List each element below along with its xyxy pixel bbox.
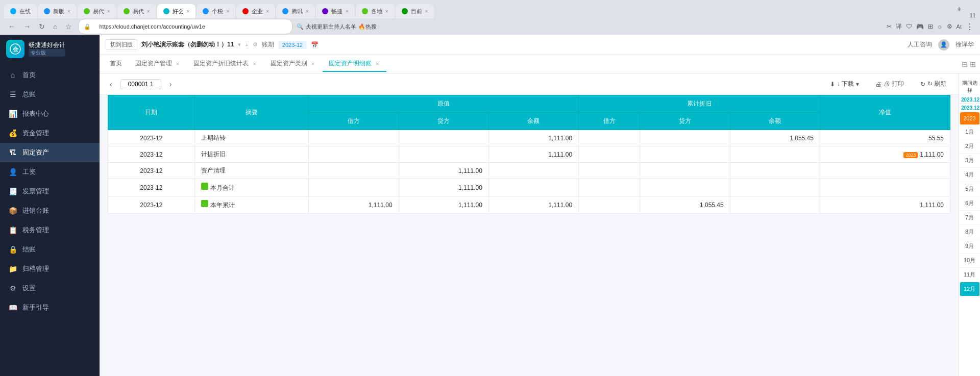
sidebar-item-stock[interactable]: 📦 进销台账 (0, 201, 100, 220)
period-month-2月[interactable]: 2月 (960, 139, 979, 154)
period-month-8月[interactable]: 8月 (960, 225, 979, 239)
sidebar-item-guide[interactable]: 📖 新手引导 (0, 298, 100, 317)
tab-label-t10: 各地 (371, 8, 382, 15)
tab-close-t6[interactable]: × (226, 9, 229, 14)
period-month-4月[interactable]: 4月 (960, 168, 979, 182)
period-month-7月[interactable]: 7月 (960, 211, 979, 225)
browser-tab-t9[interactable]: 畅捷× (316, 4, 355, 18)
forward-button[interactable]: → (21, 21, 33, 32)
page-tab-pt4[interactable]: 固定资产类别× (264, 56, 322, 72)
page-tab-pt1[interactable]: 首页 (104, 56, 128, 72)
switch-version-button[interactable]: 切到旧版 (106, 39, 137, 50)
tab-favicon-t9 (322, 8, 328, 14)
tab-close-t4[interactable]: × (147, 9, 150, 14)
browser-tab-t11[interactable]: 目前× (396, 4, 434, 18)
tab-label-t11: 目前 (411, 8, 422, 15)
tab-close-t9[interactable]: × (346, 9, 349, 14)
support-label[interactable]: 人工咨询 (908, 40, 932, 49)
download-dropdown-icon[interactable]: ▾ (856, 81, 859, 88)
svg-text:会: 会 (12, 46, 19, 52)
home-button[interactable]: ⌂ (51, 21, 59, 32)
sun-icon[interactable]: ☼ (937, 23, 943, 30)
browser-tab-t1[interactable]: 在线 (4, 4, 37, 18)
tab-label-t1: 在线 (19, 8, 31, 15)
expand-icon[interactable]: ⊞ (970, 60, 976, 68)
page-tab-pt5[interactable]: 固定资产明细账× (323, 56, 386, 72)
period-month-2023[interactable]: 2023 (960, 112, 979, 125)
page-tab-close-pt3[interactable]: × (252, 61, 257, 67)
next-page-button[interactable]: › (167, 80, 174, 88)
address-input[interactable] (93, 20, 287, 33)
nav-icon-report: 📊 (8, 109, 17, 118)
period-month-1月[interactable]: 1月 (960, 125, 979, 139)
browser-tab-t4[interactable]: 易代× (117, 4, 156, 18)
sidebar-item-invoice[interactable]: 🧾 发票管理 (0, 182, 100, 201)
address-bar: ← → ↻ ⌂ ☆ 🔒 🔍 央视更新主持人名单 🔥热搜 ✂ 译 🛡 🎮 ⊞ ☼ … (0, 18, 980, 35)
collapse-icon[interactable]: ⊟ (962, 60, 968, 68)
print-button[interactable]: 🖨 🖨 打印 (871, 78, 908, 90)
download-button[interactable]: ⬇ ↓ 下载 ▾ (826, 78, 863, 90)
sidebar-item-settings[interactable]: ⚙ 设置 (0, 279, 100, 298)
calendar-icon[interactable]: 📅 (311, 41, 318, 48)
browser-tab-t3[interactable]: 易代× (78, 4, 116, 18)
page-tab-close-pt2[interactable]: × (175, 61, 180, 67)
browser-tab-t10[interactable]: 各地× (356, 4, 395, 18)
cut-icon[interactable]: ✂ (887, 23, 892, 30)
browser-tab-t8[interactable]: 腾讯× (276, 4, 315, 18)
tab-close-t10[interactable]: × (385, 9, 388, 14)
browser-tab-t5[interactable]: 好会× (157, 4, 196, 18)
page-tab-close-pt5[interactable]: × (375, 61, 380, 67)
period-month-10月[interactable]: 10月 (960, 254, 979, 268)
translate-icon[interactable]: 译 (896, 22, 902, 31)
back-button[interactable]: ← (6, 21, 17, 32)
settings-gear-icon[interactable]: ⚙ (253, 41, 258, 48)
game-icon[interactable]: 🎮 (916, 23, 924, 30)
grid-icon[interactable]: ⊞ (928, 23, 933, 30)
nav-icon-fixed: 🏗 (8, 148, 17, 157)
sidebar-item-fixed[interactable]: 🏗 固定资产 (0, 143, 100, 162)
period-month-3月[interactable]: 3月 (960, 154, 979, 168)
sidebar-item-ledger[interactable]: ☰ 总账 (0, 85, 100, 104)
period-month-9月[interactable]: 9月 (960, 239, 979, 254)
sidebar-item-close[interactable]: 🔒 结账 (0, 240, 100, 259)
period-month-6月[interactable]: 6月 (960, 196, 979, 211)
new-tab-button[interactable]: + (953, 5, 964, 14)
table-row: 2023-12资产清理1,111.00 (108, 163, 950, 179)
prev-page-button[interactable]: ‹ (108, 80, 114, 88)
menu-icon[interactable]: ⋮ (966, 22, 974, 32)
page-tab-pt2[interactable]: 固定资产管理× (129, 56, 186, 72)
shield-icon[interactable]: 🛡 (906, 23, 912, 30)
bookmark-button[interactable]: ☆ (63, 21, 74, 32)
period-month-5月[interactable]: 5月 (960, 182, 979, 196)
tab-close-t7[interactable]: × (266, 9, 269, 14)
nav-icon-stock: 📦 (8, 206, 17, 215)
browser-tab-t2[interactable]: 新版× (38, 4, 77, 18)
settings-icon[interactable]: ⚙ (947, 23, 952, 30)
add-account-button[interactable]: + (245, 42, 248, 48)
tab-close-t8[interactable]: × (306, 9, 309, 14)
sidebar-item-archive[interactable]: 📁 归档管理 (0, 259, 100, 279)
page-tab-label-pt1: 首页 (110, 59, 122, 68)
sidebar-item-salary[interactable]: 👤 工资 (0, 162, 100, 182)
tab-close-t5[interactable]: × (187, 9, 190, 14)
sidebar-item-home[interactable]: ⌂ 首页 (0, 65, 100, 85)
nav-label-report: 报表中心 (22, 109, 49, 118)
page-tab-close-pt4[interactable]: × (310, 61, 315, 67)
sidebar-item-fund[interactable]: 💰 资金管理 (0, 123, 100, 143)
sidebar-item-tax[interactable]: 📋 税务管理 (0, 220, 100, 240)
tab-close-t2[interactable]: × (67, 9, 70, 14)
tab-favicon-t11 (402, 8, 408, 14)
nav-icon-home: ⌂ (8, 70, 17, 80)
refresh-ledger-button[interactable]: ↻ ↻ 刷新 (916, 78, 950, 90)
refresh-button[interactable]: ↻ (37, 21, 47, 32)
period-month-11月[interactable]: 11月 (960, 268, 979, 282)
period-month-12月[interactable]: 12月 (960, 282, 979, 296)
browser-tab-t6[interactable]: 个税× (197, 4, 235, 18)
browser-tab-t7[interactable]: 企业× (236, 4, 275, 18)
page-number-display: 000001 1 (120, 79, 161, 89)
page-tab-pt3[interactable]: 固定资产折旧统计表× (187, 56, 263, 72)
sidebar-item-report[interactable]: 📊 报表中心 (0, 104, 100, 123)
tab-close-t11[interactable]: × (425, 9, 428, 14)
tab-close-t3[interactable]: × (107, 9, 110, 14)
dropdown-icon[interactable]: ▾ (238, 41, 241, 48)
